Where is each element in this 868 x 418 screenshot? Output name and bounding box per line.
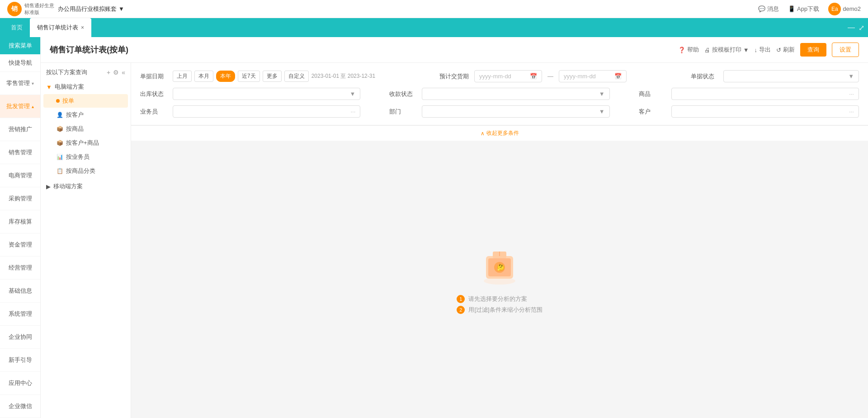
print-button[interactable]: 🖨 按模板打印 ▼ xyxy=(704,46,749,54)
right-content: 单据日期 上月 本月 本年 近7天 更多 自定义 2023-01-01 至 20… xyxy=(131,63,868,418)
delivery-select[interactable]: ▼ xyxy=(173,88,360,100)
add-scheme-icon[interactable]: + xyxy=(107,69,110,76)
refresh-button[interactable]: ↺ 刷新 xyxy=(776,46,795,54)
date-btn-7days[interactable]: 近7天 xyxy=(238,71,260,82)
scheme-item-by-product[interactable]: 📦 按商品 xyxy=(43,122,128,136)
settings-scheme-icon[interactable]: ⚙ xyxy=(113,69,119,76)
chevron-down-icon: ▼ xyxy=(599,108,605,115)
filter-row-3: 业务员 ··· 部门 ▼ 客户 xyxy=(140,105,859,118)
date-btn-this-year[interactable]: 本年 xyxy=(216,71,235,82)
salesman-label: 业务员 xyxy=(140,108,167,116)
scheme-category-pc[interactable]: ▼ 电脑端方案 xyxy=(41,80,131,94)
logo-area: 销 销售通好生意 标准版 xyxy=(7,2,54,16)
sidebar-item-retail[interactable]: 零售管理 ▾ xyxy=(0,72,40,95)
filter-row-1: 单据日期 上月 本月 本年 近7天 更多 自定义 2023-01-01 至 20… xyxy=(140,70,859,82)
sidebar-item-basic-info[interactable]: 基础信息 xyxy=(0,280,40,303)
main-content: 搜索菜单 快捷导航 零售管理 ▾ 批发管理 ▴ 营销推广 销售管理 电商管理 xyxy=(0,37,868,418)
table-icon: 📋 xyxy=(56,167,63,175)
sidebar-item-appcenter[interactable]: 应用中心 xyxy=(0,372,40,395)
chart-icon: 📊 xyxy=(56,153,63,161)
refresh-icon: ↺ xyxy=(776,47,781,53)
scheme-item-by-salesman[interactable]: 📊 按业务员 xyxy=(43,150,128,164)
payment-label: 收款状态 xyxy=(389,90,416,98)
chevron-down-icon: ▼ xyxy=(848,73,854,80)
date-btn-more[interactable]: 更多 xyxy=(263,71,282,82)
sidebar-item-operations[interactable]: 经营管理 xyxy=(0,256,40,280)
collapse-btn[interactable]: ∧ 收起更多条件 xyxy=(481,129,519,137)
sidebar-item-ecommerce[interactable]: 电商管理 xyxy=(0,164,40,187)
expected-date-to[interactable]: yyyy-mm-dd 📅 xyxy=(559,70,627,82)
sidebar-item-finance[interactable]: 资金管理 xyxy=(0,233,40,256)
user-area[interactable]: Ea demo2 xyxy=(828,3,861,15)
message-button[interactable]: 💬 消息 xyxy=(758,5,779,13)
maximize-icon[interactable]: ⤢ xyxy=(859,24,864,32)
status-label: 单据状态 xyxy=(691,72,718,81)
calendar-icon: 📅 xyxy=(530,73,537,80)
scheme-item-by-category[interactable]: 📋 按商品分类 xyxy=(43,164,128,178)
scheme-panel-icons: + ⚙ « xyxy=(107,69,125,76)
empty-illustration: 🤔 xyxy=(472,242,527,288)
person-icon: 👤 xyxy=(56,111,63,119)
page-title: 销售订单统计表(按单) xyxy=(50,44,128,55)
scheme-item-by-customer-product[interactable]: 📦 按客户+商品 xyxy=(43,136,128,150)
chevron-right-icon: ▾ xyxy=(32,81,34,86)
more-icon-3: ··· xyxy=(849,108,854,115)
chevron-down-icon: ▼ xyxy=(118,5,124,12)
chevron-right-icon: ▶ xyxy=(46,183,51,190)
settings-button[interactable]: 设置 xyxy=(832,43,859,57)
tab-sales-order-stats[interactable]: 销售订单统计表 × xyxy=(30,18,91,37)
export-button[interactable]: ↓ 导出 xyxy=(755,46,771,54)
more-icon-2: ··· xyxy=(350,108,355,115)
page-title-dropdown[interactable]: 办公用品行业模拟账套 ▼ xyxy=(58,5,124,13)
delivery-label: 出库状态 xyxy=(140,90,167,98)
chevron-down-icon: ▼ xyxy=(599,90,605,97)
app-download-button[interactable]: 📱 App下载 xyxy=(788,5,819,13)
date-btn-this-month[interactable]: 本月 xyxy=(194,71,213,82)
collapse-row[interactable]: ∧ 收起更多条件 xyxy=(131,125,868,141)
minimize-icon[interactable]: — xyxy=(848,24,855,32)
page-header: 销售订单统计表(按单) ❓ 帮助 🖨 按模板打印 ▼ ↓ 导出 xyxy=(41,37,868,63)
sidebar-item-system[interactable]: 系统管理 xyxy=(0,303,40,326)
expected-date-from[interactable]: yyyy-mm-dd 📅 xyxy=(474,70,542,82)
date-btn-custom[interactable]: 自定义 xyxy=(284,71,309,82)
help-button[interactable]: ❓ 帮助 xyxy=(678,46,699,54)
svg-text:🤔: 🤔 xyxy=(497,264,505,271)
scheme-item-by-order[interactable]: 按单 xyxy=(43,94,128,108)
chevron-down-icon: ▼ xyxy=(743,47,749,53)
help-icon: ❓ xyxy=(678,47,685,53)
more-icon: ··· xyxy=(849,90,854,97)
customer-select[interactable]: ··· xyxy=(671,105,859,118)
date-divider: — xyxy=(547,73,553,80)
sidebar-item-enterprise[interactable]: 企业协同 xyxy=(0,326,40,349)
search-menu-item[interactable]: 搜索菜单 xyxy=(0,37,40,54)
quick-nav-item[interactable]: 快捷导航 xyxy=(0,54,40,72)
top-bar-left: 销 销售通好生意 标准版 办公用品行业模拟账套 ▼ xyxy=(7,2,124,16)
filter-area: 单据日期 上月 本月 本年 近7天 更多 自定义 2023-01-01 至 20… xyxy=(131,63,868,125)
product-select[interactable]: ··· xyxy=(671,88,859,100)
active-dot xyxy=(56,99,60,103)
department-select[interactable]: ▼ xyxy=(422,105,609,118)
scheme-item-by-customer[interactable]: 👤 按客户 xyxy=(43,108,128,122)
scheme-category-mobile[interactable]: ▶ 移动端方案 xyxy=(41,180,131,193)
sidebar-item-wholesale[interactable]: 批发管理 ▴ xyxy=(0,95,40,118)
payment-select[interactable]: ▼ xyxy=(422,88,609,100)
sidebar-item-sales[interactable]: 销售管理 xyxy=(0,141,40,164)
query-button[interactable]: 查询 xyxy=(800,43,826,57)
date-btn-last-month[interactable]: 上月 xyxy=(173,71,192,82)
avatar: Ea xyxy=(828,3,841,15)
chevron-down-icon: ▼ xyxy=(349,90,355,97)
status-select[interactable]: ▼ xyxy=(723,70,859,82)
chevron-up-icon: ▴ xyxy=(32,104,34,109)
print-icon: 🖨 xyxy=(704,47,710,53)
sidebar-item-marketing[interactable]: 营销推广 xyxy=(0,118,40,141)
salesman-select[interactable]: ··· xyxy=(173,105,360,118)
collapse-scheme-icon[interactable]: « xyxy=(122,69,125,76)
tab-actions: — ⤢ xyxy=(848,24,864,32)
tab-home[interactable]: 首页 xyxy=(4,18,30,37)
sidebar-item-inventory[interactable]: 库存核算 xyxy=(0,210,40,233)
sidebar-item-procurement[interactable]: 采购管理 xyxy=(0,187,40,210)
main-sidebar: 搜索菜单 快捷导航 零售管理 ▾ 批发管理 ▴ 营销推广 销售管理 电商管理 xyxy=(0,37,41,418)
tab-close-icon[interactable]: × xyxy=(81,24,84,31)
sidebar-item-newuser[interactable]: 新手引导 xyxy=(0,349,40,372)
sidebar-item-wechat[interactable]: 企业微信 xyxy=(0,395,40,418)
